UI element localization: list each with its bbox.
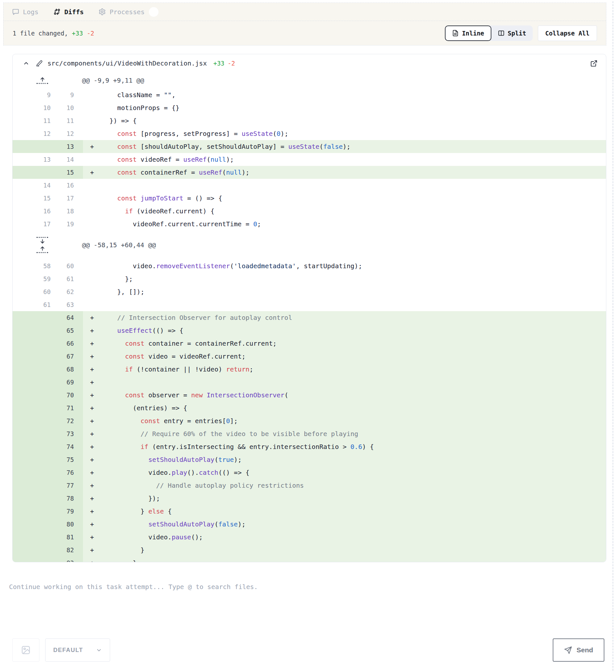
old-line-number: 11 bbox=[13, 117, 51, 124]
new-line-number: 71 bbox=[51, 404, 74, 412]
diff-line: 1416 bbox=[13, 179, 606, 192]
expand-up-button[interactable] bbox=[36, 245, 48, 254]
diff-line: 81+ video.pause(); bbox=[13, 531, 606, 544]
old-line-number: 15 bbox=[13, 195, 51, 202]
diff-sign: + bbox=[83, 533, 109, 541]
file-path: src/components/ui/VideoWithDecoration.js… bbox=[47, 59, 207, 67]
code-line: const video = videoRef.current; bbox=[109, 352, 245, 360]
diff-line: 1314 const videoRef = useRef(null); bbox=[13, 153, 606, 166]
code-line: const entry = entries[0]; bbox=[109, 417, 238, 425]
code-line: const jumpToStart = () => { bbox=[109, 194, 222, 202]
split-label: Split bbox=[508, 30, 526, 37]
line-number-gutter: 65 bbox=[13, 324, 83, 337]
old-line-number: 59 bbox=[13, 275, 51, 282]
image-icon bbox=[21, 645, 31, 655]
file-header: src/components/ui/VideoWithDecoration.js… bbox=[13, 54, 606, 72]
new-line-number: 65 bbox=[51, 327, 74, 334]
hunk-row: @@ -9,9 +9,11 @@ bbox=[13, 72, 606, 88]
line-number-gutter: 73 bbox=[13, 427, 83, 440]
old-line-number: 12 bbox=[13, 130, 51, 137]
diff-line: 72+ const entry = entries[0]; bbox=[13, 414, 606, 427]
code-line: className = "", bbox=[109, 91, 176, 99]
tab-diffs[interactable]: Diffs bbox=[53, 8, 84, 16]
tab-label: Logs bbox=[23, 8, 38, 16]
new-line-number: 77 bbox=[51, 482, 74, 489]
files-changed-summary: 1 file changed, +33 -2 bbox=[13, 30, 94, 37]
line-number-gutter: 66 bbox=[13, 337, 83, 350]
new-line-number: 66 bbox=[51, 340, 74, 347]
collapse-file-chevron-up-icon[interactable] bbox=[23, 60, 29, 66]
code-line: const observer = new IntersectionObserve… bbox=[109, 391, 288, 399]
diff-line: 78+ }); bbox=[13, 492, 606, 505]
deletions-count: -2 bbox=[87, 30, 94, 37]
header-block: Logs Diffs Processes 3 1 file changed, +… bbox=[3, 3, 606, 46]
diff-summary-bar: 1 file changed, +33 -2 Inline Split Coll… bbox=[4, 21, 606, 46]
line-number-gutter: 79 bbox=[13, 505, 83, 518]
expand-controls bbox=[36, 236, 48, 254]
diff-sign: + bbox=[83, 378, 109, 386]
diff-line: 1618 if (videoRef.current) { bbox=[13, 205, 606, 218]
new-line-number: 17 bbox=[51, 195, 74, 202]
line-number-gutter: 74 bbox=[13, 440, 83, 453]
new-line-number: 70 bbox=[51, 392, 74, 399]
inline-view-button[interactable]: Inline bbox=[445, 25, 491, 41]
external-link-icon[interactable] bbox=[590, 60, 598, 67]
tab-logs[interactable]: Logs bbox=[12, 8, 38, 16]
model-selector-dropdown[interactable]: DEFAULT bbox=[45, 638, 110, 662]
new-line-number: 73 bbox=[51, 430, 74, 437]
new-line-number: 78 bbox=[51, 495, 74, 502]
chat-input[interactable]: Continue working on this task attempt...… bbox=[9, 583, 616, 591]
new-line-number: 69 bbox=[51, 379, 74, 386]
scrollbar-rail[interactable] bbox=[612, 1, 613, 671]
split-view-button[interactable]: Split bbox=[491, 25, 533, 41]
new-line-number: 19 bbox=[51, 220, 74, 228]
code-line: if (entry.isIntersecting && entry.inters… bbox=[109, 443, 374, 451]
code-line: setShouldAutoPlay(false); bbox=[109, 520, 245, 528]
hunk-header: @@ -58,15 +60,44 @@ bbox=[82, 241, 156, 249]
diff-sign: + bbox=[83, 559, 109, 562]
code-line: motionProps = {} bbox=[109, 104, 180, 112]
new-line-number: 68 bbox=[51, 366, 74, 373]
code-line: setShouldAutoPlay(true); bbox=[109, 456, 241, 463]
code-line: const [progress, setProgress] = useState… bbox=[109, 130, 288, 137]
diff-line: 83+ }, bbox=[13, 556, 606, 562]
expand-down-button[interactable] bbox=[36, 236, 48, 245]
diff-sign: + bbox=[83, 365, 109, 373]
expand-controls bbox=[36, 76, 48, 85]
file-additions: +33 bbox=[213, 60, 224, 67]
old-line-number: 14 bbox=[13, 182, 51, 189]
old-line-number: 61 bbox=[13, 301, 51, 308]
line-number-gutter: 1212 bbox=[13, 127, 83, 140]
code-line: (entries) => { bbox=[109, 404, 187, 412]
code-line: }) => { bbox=[109, 117, 137, 125]
diff-sign: + bbox=[83, 143, 109, 150]
line-number-gutter: 80 bbox=[13, 518, 83, 531]
new-line-number: 12 bbox=[51, 130, 74, 137]
attach-image-button[interactable] bbox=[12, 638, 39, 662]
tab-processes[interactable]: Processes 3 bbox=[98, 7, 158, 17]
line-number-gutter: 67 bbox=[13, 350, 83, 363]
diff-body: @@ -9,9 +9,11 @@99 className = "",1010 m… bbox=[13, 72, 606, 562]
line-number-gutter: 1314 bbox=[13, 153, 83, 166]
diff-line: 64+ // Intersection Observer for autopla… bbox=[13, 311, 606, 324]
pencil-edit-icon bbox=[36, 60, 43, 67]
code-line: const videoRef = useRef(null); bbox=[109, 156, 234, 163]
new-line-number: 13 bbox=[51, 143, 74, 150]
collapse-all-button[interactable]: Collapse All bbox=[538, 25, 597, 41]
new-line-number: 14 bbox=[51, 156, 74, 163]
diff-sign: + bbox=[83, 391, 109, 399]
code-line: video.play().catch(() => { bbox=[109, 469, 250, 476]
processes-count-badge: 3 bbox=[149, 7, 159, 17]
line-number-gutter: 78 bbox=[13, 492, 83, 505]
new-line-number: 11 bbox=[51, 117, 74, 124]
new-line-number: 64 bbox=[51, 314, 74, 321]
hunk-header: @@ -9,9 +9,11 @@ bbox=[82, 76, 144, 84]
old-line-number: 58 bbox=[13, 262, 51, 270]
expand-up-button[interactable] bbox=[36, 76, 48, 85]
gear-icon bbox=[98, 8, 106, 15]
diff-sign: + bbox=[83, 507, 109, 515]
line-number-gutter: 76 bbox=[13, 466, 83, 479]
send-button[interactable]: Send bbox=[553, 638, 604, 662]
diff-line: 65+ useEffect(() => { bbox=[13, 324, 606, 337]
diff-line: 75+ setShouldAutoPlay(true); bbox=[13, 453, 606, 466]
